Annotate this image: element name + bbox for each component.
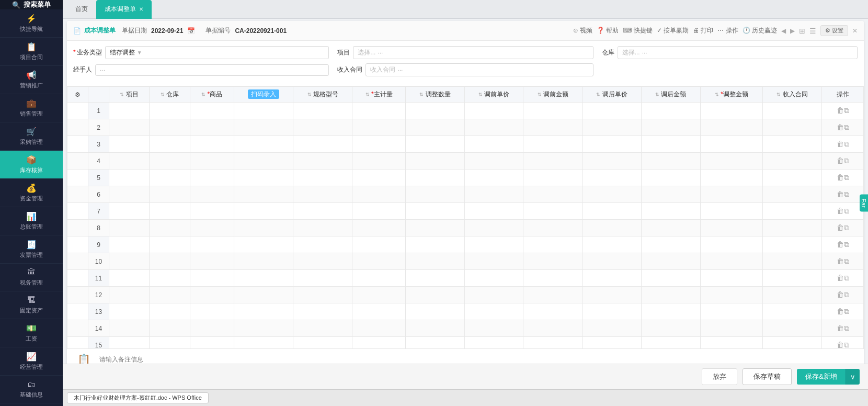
row-adjust-amount[interactable] xyxy=(700,170,763,186)
row-warehouse[interactable] xyxy=(150,220,190,236)
row-warehouse[interactable] xyxy=(150,270,190,287)
row-income-contract[interactable] xyxy=(763,337,822,349)
row-spec[interactable] xyxy=(293,203,352,220)
row-pre-amount[interactable] xyxy=(523,103,583,119)
row-post-amount[interactable] xyxy=(641,270,700,287)
sidebar-item-payroll[interactable]: 💵 工资 xyxy=(0,319,63,347)
row-spec[interactable] xyxy=(293,303,352,320)
row-post-unit-price[interactable] xyxy=(583,170,642,186)
delete-row-button[interactable]: 🗑 xyxy=(837,190,844,198)
row-adjust-qty[interactable] xyxy=(406,170,465,186)
row-post-unit-price[interactable] xyxy=(583,287,642,303)
income-contract-input[interactable]: 收入合同 ··· xyxy=(366,63,593,76)
row-adjust-amount[interactable] xyxy=(700,287,763,303)
row-pre-unit-price[interactable] xyxy=(464,203,523,220)
row-adjust-amount[interactable] xyxy=(700,136,763,153)
row-unit[interactable] xyxy=(352,220,406,236)
row-pre-amount[interactable] xyxy=(523,337,583,349)
row-pre-amount[interactable] xyxy=(523,320,583,337)
sidebar-item-purchase[interactable]: 🛒 采购管理 xyxy=(0,122,63,151)
right-sidebar-button[interactable]: Ear xyxy=(860,194,868,211)
row-income-contract[interactable] xyxy=(763,253,822,270)
tab-home[interactable]: 首页 xyxy=(67,0,96,19)
row-post-amount[interactable] xyxy=(641,136,700,153)
warehouse-input[interactable]: 选择... ··· xyxy=(618,46,858,59)
row-warehouse[interactable] xyxy=(150,153,190,170)
row-adjust-amount[interactable] xyxy=(700,320,763,337)
row-pre-unit-price[interactable] xyxy=(464,153,523,170)
row-post-unit-price[interactable] xyxy=(583,203,642,220)
sidebar-item-invoice[interactable]: 🧾 发票管理 xyxy=(0,235,63,264)
print-action[interactable]: 🖨 打印 xyxy=(693,26,713,35)
agent-input[interactable]: ··· xyxy=(95,64,329,76)
sidebar-item-finance[interactable]: 💰 资金管理 xyxy=(0,179,63,207)
row-scan[interactable] xyxy=(234,170,293,186)
th-spec[interactable]: ⇅ 规格型号 xyxy=(293,87,352,103)
row-income-contract[interactable] xyxy=(763,320,822,337)
row-adjust-qty[interactable] xyxy=(406,153,465,170)
row-pre-amount[interactable] xyxy=(523,186,583,203)
row-pre-unit-price[interactable] xyxy=(464,119,523,136)
tab-cost-adjust[interactable]: 成本调整单 ✕ xyxy=(96,0,152,19)
row-project[interactable] xyxy=(109,236,150,253)
th-adjust-qty[interactable]: ⇅ 调整数量 xyxy=(406,87,465,103)
row-scan[interactable] xyxy=(234,186,293,203)
row-product[interactable] xyxy=(190,253,234,270)
operations-action[interactable]: ⋯ 操作 xyxy=(717,26,738,35)
project-input[interactable]: 选择... ··· xyxy=(353,46,593,59)
row-income-contract[interactable] xyxy=(763,236,822,253)
row-adjust-qty[interactable] xyxy=(406,253,465,270)
shortcut-action[interactable]: ⌨ 快捷键 xyxy=(623,26,652,35)
row-adjust-qty[interactable] xyxy=(406,337,465,349)
row-scan[interactable] xyxy=(234,287,293,303)
row-warehouse[interactable] xyxy=(150,236,190,253)
row-adjust-qty[interactable] xyxy=(406,220,465,236)
table-row[interactable]: 14🗑⧉ xyxy=(67,320,864,337)
row-pre-unit-price[interactable] xyxy=(464,253,523,270)
row-post-unit-price[interactable] xyxy=(583,186,642,203)
expand-icon[interactable]: ⊞ xyxy=(799,27,805,35)
save-draft-button[interactable]: 保存草稿 xyxy=(743,368,792,385)
row-post-unit-price[interactable] xyxy=(583,320,642,337)
sidebar-item-system[interactable]: ⚙ 系统管理 xyxy=(0,403,63,406)
row-product[interactable] xyxy=(190,287,234,303)
row-post-amount[interactable] xyxy=(641,203,700,220)
delete-row-button[interactable]: 🗑 xyxy=(837,240,844,249)
row-project[interactable] xyxy=(109,136,150,153)
row-scan[interactable] xyxy=(234,236,293,253)
copy-row-button[interactable]: ⧉ xyxy=(844,190,849,199)
row-spec[interactable] xyxy=(293,287,352,303)
row-unit[interactable] xyxy=(352,103,406,119)
row-project[interactable] xyxy=(109,103,150,119)
row-post-amount[interactable] xyxy=(641,253,700,270)
row-scan[interactable] xyxy=(234,320,293,337)
row-adjust-amount[interactable] xyxy=(700,119,763,136)
row-spec[interactable] xyxy=(293,186,352,203)
row-warehouse[interactable] xyxy=(150,287,190,303)
settings-button[interactable]: ⚙ 设置 xyxy=(820,25,848,36)
row-project[interactable] xyxy=(109,170,150,186)
row-project[interactable] xyxy=(109,153,150,170)
copy-row-button[interactable]: ⧉ xyxy=(844,106,849,115)
row-adjust-qty[interactable] xyxy=(406,186,465,203)
row-post-amount[interactable] xyxy=(641,103,700,119)
row-income-contract[interactable] xyxy=(763,303,822,320)
row-adjust-amount[interactable] xyxy=(700,236,763,253)
row-income-contract[interactable] xyxy=(763,119,822,136)
table-row[interactable]: 10🗑⧉ xyxy=(67,253,864,270)
sidebar-item-basic[interactable]: 🗂 基础信息 xyxy=(0,376,63,403)
review-action[interactable]: ✓ 按单赢期 xyxy=(657,26,689,35)
row-product[interactable] xyxy=(190,303,234,320)
row-product[interactable] xyxy=(190,236,234,253)
copy-row-button[interactable]: ⧉ xyxy=(844,341,849,348)
close-window-icon[interactable]: ✕ xyxy=(852,27,858,35)
row-project[interactable] xyxy=(109,270,150,287)
row-unit[interactable] xyxy=(352,153,406,170)
row-pre-amount[interactable] xyxy=(523,287,583,303)
row-project[interactable] xyxy=(109,220,150,236)
delete-row-button[interactable]: 🗑 xyxy=(837,106,844,115)
row-scan[interactable] xyxy=(234,220,293,236)
row-pre-unit-price[interactable] xyxy=(464,170,523,186)
row-warehouse[interactable] xyxy=(150,303,190,320)
row-pre-unit-price[interactable] xyxy=(464,186,523,203)
